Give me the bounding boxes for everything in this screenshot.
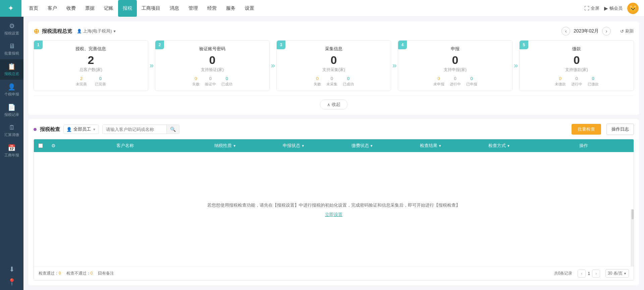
- step-3-stat-1-label: 未采集: [326, 82, 337, 87]
- page-next-button[interactable]: ›: [592, 270, 600, 278]
- step-5-stat-1-val: 0: [575, 76, 578, 81]
- check-fail-val[interactable]: 0: [91, 271, 93, 276]
- th-filter-icon-2[interactable]: ▼: [301, 144, 305, 148]
- sidebar-item-settlement[interactable]: 🗓 汇算清缴: [0, 121, 23, 141]
- per-page-chevron-icon: ▼: [624, 272, 627, 275]
- step-2-number: 2: [155, 41, 164, 49]
- location-person-icon: 👤: [77, 29, 82, 33]
- location-icon[interactable]: 📍: [8, 278, 16, 286]
- download-icon[interactable]: ⬇: [9, 265, 15, 273]
- step-2-stat-2-label: 已成功: [221, 82, 232, 87]
- step-5-stat-2-label: 已缴款: [588, 82, 599, 87]
- date-next-button[interactable]: ›: [602, 27, 611, 35]
- nav-item-service[interactable]: 服务: [221, 0, 240, 17]
- sidebar-item-batch-tax[interactable]: 🖥 批量报税: [0, 39, 23, 59]
- select-all-checkbox[interactable]: [38, 143, 43, 148]
- overview-plus-icon: ⊕: [34, 27, 39, 35]
- step-4-card: 4 申报 0 支持申报(家) 0 未申报 0 进行中: [398, 40, 513, 91]
- tax-check-dot-icon: [34, 128, 37, 131]
- step-1-stat-1-val[interactable]: 0: [99, 76, 102, 81]
- step-2-stat-0-val[interactable]: 0: [195, 76, 197, 81]
- th-operation: 操作: [534, 139, 634, 152]
- step-1-number: 1: [34, 41, 43, 49]
- nav-item-fee[interactable]: 收费: [62, 0, 80, 17]
- table-gear-icon[interactable]: ⚙: [51, 143, 56, 148]
- nav-item-tax[interactable]: 报税: [118, 0, 137, 17]
- step-4-title: 申报: [402, 46, 508, 52]
- fullscreen-button[interactable]: ⛶ 全屏: [584, 5, 599, 11]
- step-3-stat-2-val[interactable]: 0: [347, 76, 350, 81]
- step-3-stat-1-val: 0: [331, 76, 333, 81]
- nav-item-customer[interactable]: 客户: [43, 0, 62, 17]
- vip-button[interactable]: ▶ 畅会员: [604, 5, 623, 11]
- sidebar-item-annual-report[interactable]: 📅 工商年报: [0, 141, 23, 161]
- th-check-result: 检查结果▼: [396, 139, 465, 152]
- tax-record-icon: 📄: [8, 103, 16, 111]
- empty-message: 若您想使用报税检查功能，请先在【报税设置】中进行报税的初始化设置，完成密码验证和…: [207, 201, 460, 210]
- sidebar-item-tax-settings[interactable]: ⚙ 报税设置: [0, 19, 23, 39]
- sidebar-item-tax-overview[interactable]: 📋 报税总览: [0, 59, 23, 80]
- step-1-subtitle: 总客户数(家): [38, 67, 144, 73]
- step-3-title: 采集信息: [281, 46, 387, 52]
- check-pass-val[interactable]: 0: [59, 271, 61, 276]
- step-2-stat-2-val[interactable]: 0: [226, 76, 228, 81]
- total-records: 共0条记录: [554, 271, 573, 276]
- step-5-stat-2-val[interactable]: 0: [592, 76, 594, 81]
- tax-settings-icon: ⚙: [9, 22, 15, 30]
- operation-log-button[interactable]: 操作日志: [606, 124, 634, 135]
- step-3-stat-2-label: 已成功: [343, 82, 354, 87]
- th-filter-icon-4[interactable]: ▼: [438, 144, 442, 148]
- th-filter-icon-3[interactable]: ▼: [370, 144, 373, 148]
- sidebar-label-tax-settings: 报税设置: [4, 31, 19, 36]
- search-input[interactable]: [103, 125, 166, 134]
- avatar[interactable]: 🐱: [627, 3, 639, 14]
- date-prev-button[interactable]: ‹: [561, 27, 570, 35]
- step-3-number: 3: [277, 41, 285, 49]
- th-customer-name: 客户名称: [59, 139, 191, 152]
- sidebar-label-annual-report: 工商年报: [4, 153, 19, 158]
- per-page-select[interactable]: 30 条/页 ▼: [605, 269, 629, 278]
- sidebar-label-tax-record: 报税记录: [4, 112, 19, 117]
- collapse-button[interactable]: ∧ 收起: [320, 99, 347, 110]
- sidebar-item-personal-tax[interactable]: 👤 个税申报: [0, 80, 23, 100]
- nav-item-manage[interactable]: 管理: [184, 0, 203, 17]
- sidebar-label-tax-overview: 报税总览: [4, 71, 19, 76]
- batch-tax-icon: 🖥: [9, 43, 15, 50]
- th-filter-icon-5[interactable]: ▼: [507, 144, 510, 148]
- th-tax-nature: 纳税性质▼: [191, 139, 259, 152]
- nav-item-msg[interactable]: 消息: [165, 0, 184, 17]
- table-header: ⚙ 客户名称 纳税性质▼ 申报状态▼ 缴费状态▼ 检查结果▼ 检查方式▼ 操作: [34, 139, 634, 152]
- sidebar-item-tax-record[interactable]: 📄 报税记录: [0, 100, 23, 121]
- batch-check-button[interactable]: 批量检查: [572, 124, 601, 135]
- nav-item-bookkeeping[interactable]: 记账: [99, 0, 118, 17]
- setup-link[interactable]: 立即设置: [325, 212, 342, 218]
- nav-item-bizproject[interactable]: 工商项目: [137, 0, 165, 17]
- nav-item-ops[interactable]: 经营: [203, 0, 221, 17]
- step-5-stat-0-val[interactable]: 0: [559, 76, 561, 81]
- step-1-stat-0-val[interactable]: 2: [80, 76, 83, 81]
- step-5-title: 缴款: [524, 46, 630, 52]
- th-filter-icon-1[interactable]: ▼: [233, 144, 236, 148]
- logo[interactable]: ✦: [0, 0, 21, 17]
- step-5-subtitle: 支持缴款(家): [524, 67, 630, 73]
- step-1-card: 1 授权、完善信息 2 总客户数(家) 2 未完善 0 已完善: [34, 40, 148, 91]
- step-5-card: 5 缴款 0 支持缴款(家) 0 未缴款 0 进行中: [519, 40, 634, 91]
- step-4-stat-1-label: 进行中: [450, 82, 461, 87]
- staff-filter-select[interactable]: 👤 全部员工 ▼: [63, 125, 99, 134]
- step-4-stat-0-val[interactable]: 0: [437, 76, 440, 81]
- nav-item-settings[interactable]: 设置: [240, 0, 259, 17]
- page-prev-button[interactable]: ‹: [578, 270, 586, 278]
- refresh-button[interactable]: ↺ 刷新: [620, 28, 634, 34]
- nav-item-invoice[interactable]: 票据: [80, 0, 99, 17]
- nav-item-home[interactable]: 首页: [24, 0, 43, 17]
- step-2-title: 验证账号密码: [159, 46, 265, 52]
- step-4-stat-2-val[interactable]: 0: [470, 76, 473, 81]
- fullscreen-icon: ⛶: [584, 5, 589, 11]
- staff-icon: 👤: [66, 127, 72, 132]
- location-selector[interactable]: 👤 上海(电子税局) ▼: [77, 28, 116, 34]
- step-2-stat-0-label: 失败: [192, 82, 200, 87]
- step-3-stat-0-val[interactable]: 0: [316, 76, 318, 81]
- page-current: 1: [588, 271, 590, 276]
- search-button[interactable]: 🔍: [166, 125, 179, 134]
- th-check-method: 检查方式▼: [465, 139, 533, 152]
